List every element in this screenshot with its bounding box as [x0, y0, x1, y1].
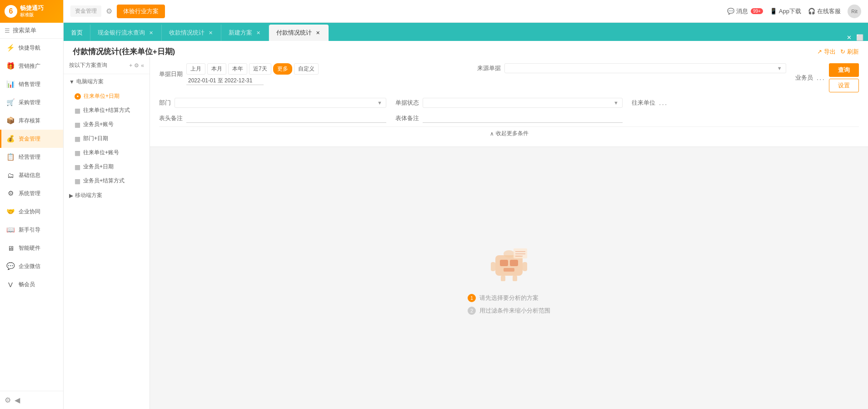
voucher-status-select[interactable]: ▼	[423, 98, 623, 108]
date-custom-btn[interactable]: 自定义	[294, 63, 319, 75]
sidebar-item-inventory[interactable]: 📦 库存核算	[0, 111, 63, 130]
nav-label-finance: 资金管理	[19, 135, 40, 143]
sidebar-search[interactable]: ☰ 搜索菜单	[0, 23, 63, 39]
nav-icon-operations: 📋	[6, 152, 15, 162]
refresh-btn[interactable]: ↻ 刷新	[840, 48, 859, 56]
counterpart-label: 往来单位	[632, 99, 655, 107]
svg-point-8	[504, 250, 514, 258]
date-options-group: 上月 本月 本年 近7天 更多 自定义	[186, 63, 319, 75]
sidebar-item-wechat[interactable]: 💬 企业微信	[0, 257, 63, 275]
settings-footer-icon[interactable]: ⚙	[5, 396, 11, 404]
nav-label-sales: 销售管理	[19, 81, 40, 88]
date-more-btn[interactable]: 更多	[273, 63, 292, 75]
header-settings-icon[interactable]: ⚙	[106, 7, 112, 15]
scheme-item-icon-unit-date: ●	[75, 93, 81, 100]
tab-close-new-scheme[interactable]: ✕	[255, 30, 261, 36]
scheme-item-unit-settle[interactable]: ▦往来单位+结算方式	[64, 103, 150, 117]
tip-num-1: 1	[468, 294, 476, 302]
user-avatar[interactable]: Rit	[848, 5, 861, 18]
scheme-item-staff-account[interactable]: ▦业务员+账号	[64, 117, 150, 131]
nav-label-enterprise: 企业协同	[19, 208, 40, 216]
date-last-7days-btn[interactable]: 近7天	[249, 63, 271, 75]
sidebar-item-quick-nav[interactable]: ⚡ 快捷导航	[0, 39, 63, 57]
svg-rect-2	[510, 260, 518, 266]
sidebar-item-vip[interactable]: V 畅会员	[0, 275, 63, 293]
scheme-item-dept-date[interactable]: ▦部门+日期	[64, 131, 150, 146]
note-header-input[interactable]	[186, 113, 386, 123]
counterpart-dots-btn[interactable]: ...	[659, 99, 668, 107]
tab-bank-flow[interactable]: 现金银行流水查询✕	[90, 25, 162, 41]
sidebar-item-marketing[interactable]: 🎁 营销推广	[0, 57, 63, 75]
scheme-item-icon-unit-account: ▦	[75, 149, 80, 157]
tab-payment-stat[interactable]: 付款情况统计✕	[269, 25, 329, 41]
tab-new-scheme[interactable]: 新建方案✕	[221, 25, 269, 41]
scheme-group-mobile: ▶移动端方案	[64, 188, 150, 203]
collapse-icon: ∧	[490, 131, 494, 137]
user-name: Rit	[848, 5, 861, 18]
nav-icon-enterprise: 🤝	[6, 207, 15, 216]
scheme-group-title-pc[interactable]: ▼电脑端方案	[64, 74, 150, 89]
staff-dots-btn[interactable]: ...	[817, 74, 825, 82]
message-icon: 💬	[727, 8, 734, 15]
sidebar-item-guide[interactable]: 📖 新手引导	[0, 221, 63, 239]
scheme-item-label-unit-settle: 往来单位+结算方式	[83, 106, 130, 114]
scheme-group-title-mobile[interactable]: ▶移动端方案	[64, 188, 150, 203]
tab-receipts-stat[interactable]: 收款情况统计✕	[162, 25, 221, 41]
dept-select[interactable]: ▼	[175, 98, 386, 108]
sidebar-item-sales[interactable]: 📊 销售管理	[0, 75, 63, 93]
scheme-settings-btn[interactable]: ⚙	[134, 62, 139, 69]
tab-close-bank-flow[interactable]: ✕	[148, 30, 154, 36]
filter-form: 单据日期 上月 本月 本年 近7天 更多 自定义	[150, 57, 868, 147]
scheme-add-btn[interactable]: +	[129, 62, 132, 69]
sidebar-item-finance[interactable]: 💰 资金管理	[0, 130, 63, 148]
content-body: 按以下方案查询 + ⚙ « ▼电脑端方案●往来单位+日期▦往来单位+结算方式▦业…	[64, 57, 868, 409]
trial-btn[interactable]: 体验行业方案	[117, 5, 165, 18]
sidebar-item-hardware[interactable]: 🖥 智能硬件	[0, 239, 63, 257]
page-header: 付款情况统计(往来单位+日期) ↗ 导出 ↻ 刷新	[64, 41, 868, 57]
scheme-item-label-staff-account: 业务员+账号	[83, 121, 114, 128]
nav-icon-purchase: 🛒	[6, 98, 15, 107]
tip-num-2: 2	[468, 307, 476, 315]
query-btn[interactable]: 查询	[829, 63, 859, 77]
tab-home[interactable]: 首页	[64, 25, 90, 41]
nav-icon-vip: V	[6, 280, 15, 289]
settings-btn[interactable]: 设置	[829, 79, 859, 92]
export-btn[interactable]: ↗ 导出	[817, 48, 836, 56]
scheme-item-icon-dept-date: ▦	[75, 135, 80, 142]
nav-icon-finance: 💰	[6, 134, 15, 143]
messages-btn[interactable]: 💬 消息 99+	[727, 7, 763, 15]
tab-close-payment-stat[interactable]: ✕	[314, 30, 321, 36]
sidebar-item-basic-info[interactable]: 🗂 基础信息	[0, 166, 63, 184]
scheme-item-unit-date[interactable]: ●往来单位+日期	[64, 89, 150, 103]
date-this-year-btn[interactable]: 本年	[228, 63, 247, 75]
date-range-input[interactable]	[186, 76, 264, 85]
app-download-btn[interactable]: 📱 App下载	[770, 7, 801, 15]
sidebar-item-system[interactable]: ⚙ 系统管理	[0, 184, 63, 202]
source-select[interactable]: ▼	[504, 63, 786, 73]
voucher-status-label: 单据状态	[395, 99, 419, 107]
scheme-item-unit-account[interactable]: ▦往来单位+账号	[64, 146, 150, 160]
date-this-month-btn[interactable]: 本月	[207, 63, 226, 75]
sidebar-footer: ⚙ ◀	[0, 391, 63, 409]
scheme-collapse-btn[interactable]: «	[141, 62, 144, 69]
close-all-icon[interactable]: ✕	[847, 34, 852, 41]
sidebar-item-operations[interactable]: 📋 经营管理	[0, 148, 63, 166]
search-icon: ☰	[5, 27, 10, 34]
collapse-sidebar-icon[interactable]: ◀	[15, 396, 20, 404]
scheme-item-icon-staff-account: ▦	[75, 121, 80, 128]
scheme-item-staff-settle[interactable]: ▦业务员+结算方式	[64, 174, 150, 188]
tab-close-receipts-stat[interactable]: ✕	[207, 30, 214, 36]
scheme-panel-header: 按以下方案查询 + ⚙ «	[64, 57, 150, 74]
sidebar-item-purchase[interactable]: 🛒 采购管理	[0, 93, 63, 111]
restore-icon[interactable]: ⬜	[856, 34, 863, 41]
collapse-filter-btn[interactable]: ∧ 收起更多条件	[159, 126, 859, 140]
svg-rect-3	[504, 268, 514, 272]
scheme-item-staff-date[interactable]: ▦业务员+日期	[64, 160, 150, 174]
note-body-input[interactable]	[423, 113, 623, 123]
sidebar-item-enterprise[interactable]: 🤝 企业协同	[0, 202, 63, 221]
online-service-btn[interactable]: 🎧 在线客服	[808, 7, 841, 15]
source-label: 来源单据	[477, 64, 501, 72]
nav-icon-basic-info: 🗂	[6, 171, 15, 180]
date-last-month-btn[interactable]: 上月	[186, 63, 205, 75]
tab-label-new-scheme: 新建方案	[229, 29, 252, 37]
